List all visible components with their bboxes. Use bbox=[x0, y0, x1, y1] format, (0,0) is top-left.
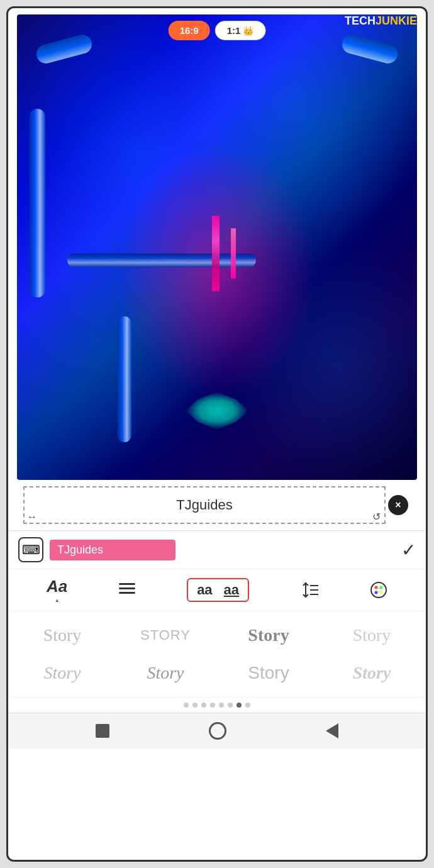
line-spacing-svg bbox=[301, 582, 318, 598]
pagination-dots bbox=[8, 698, 426, 713]
dragon-shape bbox=[186, 392, 248, 430]
aspect-16-9-button[interactable]: 16:9 bbox=[169, 21, 210, 40]
resize-icon[interactable]: ↔ bbox=[27, 511, 37, 523]
nav-back-button[interactable] bbox=[326, 723, 338, 738]
svg-rect-2 bbox=[119, 592, 135, 594]
image-container: 16:9 1:1 👑 bbox=[17, 14, 417, 480]
pagination-dot-6[interactable] bbox=[236, 703, 242, 708]
font-style-item-1[interactable]: STORY bbox=[114, 616, 217, 654]
font-style-label-5: Story bbox=[147, 663, 184, 683]
watermark-tech: TECH bbox=[345, 14, 376, 27]
svg-rect-0 bbox=[119, 583, 135, 585]
bottom-toolbar: ⌨ TJguides ✓ Aa ▲ aa aa bbox=[8, 530, 426, 748]
pagination-dot-3[interactable] bbox=[210, 703, 215, 708]
case-lower-button[interactable]: aa bbox=[194, 582, 214, 598]
font-style-item-6[interactable]: Story bbox=[217, 654, 320, 692]
font-style-label-2: Story bbox=[248, 625, 289, 645]
nav-circle-icon bbox=[209, 722, 226, 740]
close-button[interactable]: × bbox=[388, 495, 408, 515]
nav-back-icon bbox=[326, 723, 338, 738]
font-style-item-0[interactable]: Story bbox=[11, 616, 114, 654]
font-style-label-3: Story bbox=[353, 625, 391, 645]
font-triangle-icon: ▲ bbox=[55, 598, 60, 603]
font-label: Aa bbox=[47, 577, 67, 596]
keyboard-icon-button[interactable]: ⌨ bbox=[18, 537, 43, 562]
phone-frame: TECHJUNKIE 16:9 1:1 👑 bbox=[6, 6, 428, 862]
pagination-dot-7[interactable] bbox=[245, 703, 250, 708]
font-style-label-7: Story bbox=[353, 663, 391, 683]
font-style-label-1: STORY bbox=[140, 627, 191, 643]
rotate-icon[interactable]: ↺ bbox=[372, 511, 381, 523]
tube-bottom-v bbox=[118, 316, 131, 442]
keyboard-icon: ⌨ bbox=[22, 542, 40, 557]
svg-point-12 bbox=[377, 588, 381, 592]
font-style-item-2[interactable]: Story bbox=[217, 616, 320, 654]
font-style-label-4: Story bbox=[43, 663, 81, 683]
dashed-box[interactable]: TJguides bbox=[23, 486, 386, 524]
svg-rect-1 bbox=[119, 587, 135, 589]
tube-center-h bbox=[67, 253, 256, 267]
color-tool-icon[interactable] bbox=[370, 581, 387, 599]
font-tool-icon[interactable]: Aa ▲ bbox=[47, 577, 67, 603]
main-image bbox=[17, 14, 417, 480]
pagination-dot-5[interactable] bbox=[228, 703, 233, 708]
text-input-field[interactable]: TJguides bbox=[50, 540, 175, 560]
light-strip-1 bbox=[212, 216, 220, 291]
checkmark-button[interactable]: ✓ bbox=[401, 540, 416, 560]
nav-bar bbox=[8, 713, 426, 748]
aspect-1-1-button[interactable]: 1:1 👑 bbox=[215, 21, 266, 40]
font-styles-grid: Story STORY Story Story Story Story Stor… bbox=[8, 611, 426, 698]
line-spacing-icon[interactable] bbox=[301, 582, 318, 598]
font-style-label-0: Story bbox=[43, 625, 82, 645]
text-overlay-area: TJguides ↔ ↺ × bbox=[17, 480, 417, 530]
nav-square-icon bbox=[96, 724, 109, 738]
aspect-buttons: 16:9 1:1 👑 bbox=[169, 21, 266, 40]
pagination-dot-2[interactable] bbox=[201, 703, 206, 708]
light-strip-2 bbox=[231, 228, 236, 279]
align-tool-icon[interactable] bbox=[119, 583, 135, 597]
nav-square-button[interactable] bbox=[96, 724, 109, 738]
font-style-label-6: Story bbox=[248, 663, 289, 683]
nav-circle-button[interactable] bbox=[209, 722, 226, 740]
color-palette-icon bbox=[370, 581, 387, 599]
crown-icon: 👑 bbox=[243, 26, 253, 36]
watermark-junkie: JUNKIE bbox=[376, 14, 417, 27]
overlay-text: TJguides bbox=[176, 497, 232, 513]
case-upper-button[interactable]: aa bbox=[221, 582, 242, 598]
font-style-item-7[interactable]: Story bbox=[320, 654, 423, 692]
dragon-area bbox=[186, 392, 248, 430]
align-icon bbox=[119, 583, 135, 597]
font-style-item-3[interactable]: Story bbox=[320, 616, 423, 654]
pagination-dot-1[interactable] bbox=[192, 703, 198, 708]
pagination-dot-4[interactable] bbox=[219, 703, 224, 708]
text-input-row: ⌨ TJguides ✓ bbox=[8, 531, 426, 569]
font-style-item-4[interactable]: Story bbox=[11, 654, 114, 692]
watermark: TECHJUNKIE bbox=[345, 14, 417, 28]
case-buttons: aa aa bbox=[187, 578, 249, 602]
tool-icons-row: Aa ▲ aa aa bbox=[8, 569, 426, 611]
font-style-item-5[interactable]: Story bbox=[114, 654, 217, 692]
tube-left bbox=[30, 109, 45, 298]
pagination-dot-0[interactable] bbox=[184, 703, 189, 708]
